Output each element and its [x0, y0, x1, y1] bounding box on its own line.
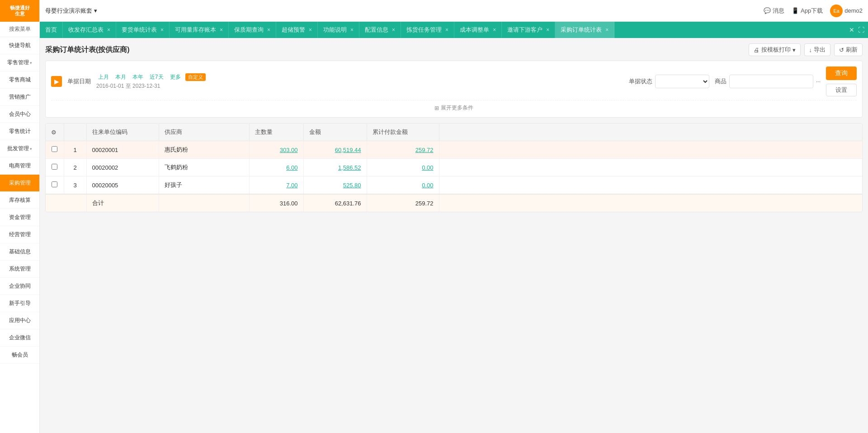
tab-peizhi[interactable]: 配置信息 × [359, 22, 401, 38]
row-qty[interactable]: 7.00 [249, 176, 303, 195]
sidebar-item-retail-shop[interactable]: 零售商城 [0, 71, 39, 89]
app-download-button[interactable]: 📱 App下载 [792, 7, 823, 15]
row-checkbox[interactable] [46, 159, 64, 176]
tab-shoufafa[interactable]: 收发存汇总表 × [63, 22, 116, 38]
date-shortcut-this-year[interactable]: 本年 [131, 73, 145, 81]
sidebar-item-collab[interactable]: 企业协同 [0, 278, 39, 295]
tab-close-icon[interactable]: × [493, 27, 496, 33]
industry-selector[interactable]: 母婴行业演示账套 ▾ [45, 7, 97, 15]
sidebar-item-newguide[interactable]: 新手引导 [0, 295, 39, 312]
tab-keyongliang[interactable]: 可用量库存账本 × [170, 22, 229, 38]
footer-label: 合计 [86, 194, 159, 212]
tab-close-icon[interactable]: × [546, 27, 549, 33]
filter-more-row: ⊞ 展开更多条件 [51, 100, 857, 112]
sidebar-item-member[interactable]: 会员中心 [0, 106, 39, 123]
sidebar-item-wholesale[interactable]: 批发管理 ▾ [0, 140, 39, 157]
refresh-button[interactable]: ↺ 刷新 [834, 43, 863, 56]
template-print-button[interactable]: 🖨 按模板打印 ▾ [749, 43, 801, 56]
tab-close-icon[interactable]: × [309, 27, 312, 33]
row-paid[interactable]: 0.00 [367, 176, 439, 195]
tab-caigou[interactable]: 采购订单统计表 × [555, 22, 614, 38]
sidebar-item-quick[interactable]: 快捷导航 [0, 37, 39, 54]
tab-close-icon[interactable]: × [267, 27, 270, 33]
query-area: 查询 设置 [826, 67, 857, 96]
goods-filter-input[interactable] [729, 75, 813, 88]
sidebar-item-appcenter[interactable]: 应用中心 [0, 312, 39, 329]
header-right: 💬 消息 📱 App下载 Ea demo2 [764, 5, 863, 17]
tab-chengben[interactable]: 成本调整单 × [454, 22, 502, 38]
user-profile-button[interactable]: Ea demo2 [830, 5, 863, 17]
table-row[interactable]: 2 00020002 飞鹤奶粉 6.00 1,586.52 0.00 [46, 159, 862, 176]
tab-restore-button[interactable]: ⛶ [858, 26, 864, 33]
refresh-icon: ↺ [839, 47, 844, 53]
logo-text: 畅捷通好生意 [8, 5, 32, 17]
row-extra [439, 141, 862, 159]
sidebar-item-inventory[interactable]: 库存核算 [0, 192, 39, 209]
tab-yaoqing[interactable]: 邀请下游客户 × [502, 22, 555, 38]
more-options-button[interactable]: ··· [816, 78, 821, 85]
tab-close-icon[interactable]: × [605, 27, 609, 33]
sidebar-item-wechat[interactable]: 企业微信 [0, 329, 39, 347]
row-qty[interactable]: 6.00 [249, 159, 303, 176]
sidebar-item-marketing-label: 营销推广 [9, 94, 31, 100]
sidebar-item-vip[interactable]: 畅会员 [0, 347, 39, 364]
tab-baozhiqi[interactable]: 保质期查询 × [229, 22, 276, 38]
filter-toggle-button[interactable]: ▶ [51, 76, 62, 87]
sidebar-item-system[interactable]: 系统管理 [0, 261, 39, 278]
tab-close-icon[interactable]: × [160, 27, 164, 33]
sidebar-item-retail-stat-label: 零售统计 [9, 128, 31, 134]
expand-more-button[interactable]: ⊞ 展开更多条件 [434, 104, 473, 112]
tab-close-icon[interactable]: × [220, 27, 223, 33]
row-paid[interactable]: 0.00 [367, 159, 439, 176]
row-checkbox[interactable] [46, 176, 64, 195]
sidebar-item-finance[interactable]: 资金管理 [0, 209, 39, 226]
sidebar-item-purchase[interactable]: 采购管理 [0, 175, 39, 192]
sidebar-item-retail-label: 零售管理 [7, 59, 29, 67]
header-left: 母婴行业演示账套 ▾ [45, 7, 97, 15]
table-row[interactable]: 3 00020005 好孩子 7.00 525.80 0.00 [46, 176, 862, 195]
row-qty[interactable]: 303.00 [249, 141, 303, 159]
row-amount[interactable]: 1,586.52 [303, 159, 367, 176]
tab-yaohuo[interactable]: 要货单统计表 × [116, 22, 170, 38]
data-table: ⚙ 往来单位编码 供应商 主数量 金额 累计付款金额 1 00020001 惠氏… [46, 124, 862, 212]
tab-gongneng[interactable]: 功能说明 × [318, 22, 359, 38]
filter-settings-button[interactable]: 设置 [826, 84, 857, 96]
sidebar-item-wholesale-label: 批发管理 [7, 145, 29, 152]
row-supplier: 飞鹤奶粉 [159, 159, 249, 176]
tab-pihuo[interactable]: 拣货任务管理 × [401, 22, 454, 38]
status-filter-select[interactable] [655, 75, 709, 88]
settings-col-header[interactable]: ⚙ [46, 124, 64, 141]
sidebar-item-basic[interactable]: 基础信息 [0, 243, 39, 261]
message-button[interactable]: 💬 消息 [764, 7, 784, 15]
tab-close-icon[interactable]: × [392, 27, 395, 33]
sidebar-item-ops[interactable]: 经营管理 [0, 226, 39, 243]
row-paid[interactable]: 259.72 [367, 141, 439, 159]
filter-area: ▶ 单据日期 上月 本月 本年 近7天 更多 自定义 2016-01-01 至 … [45, 61, 863, 118]
tab-close-icon[interactable]: × [107, 27, 110, 33]
row-amount[interactable]: 60,519.44 [303, 141, 367, 159]
row-checkbox[interactable] [46, 141, 64, 159]
tab-home[interactable]: 首页 [40, 22, 63, 38]
date-shortcut-this-month[interactable]: 本月 [113, 73, 128, 81]
date-shortcut-7days[interactable]: 近7天 [148, 73, 165, 81]
tab-close-icon[interactable]: × [445, 27, 448, 33]
tab-chaochuyujing[interactable]: 超储预警 × [276, 22, 318, 38]
sidebar-search-item[interactable]: 搜索菜单 [0, 22, 39, 37]
page-header-actions: 🖨 按模板打印 ▾ ↓ 导出 ↺ 刷新 [749, 43, 863, 56]
tab-shoufafa-label: 收发存汇总表 [68, 26, 104, 34]
table-row[interactable]: 1 00020001 惠氏奶粉 303.00 60,519.44 259.72 [46, 141, 862, 159]
row-unit-code: 00020005 [86, 176, 159, 195]
tab-close-icon[interactable]: × [350, 27, 354, 33]
footer-amount: 62,631.76 [303, 194, 367, 212]
export-button[interactable]: ↓ 导出 [804, 43, 831, 56]
sidebar-item-ecom[interactable]: 电商管理 [0, 157, 39, 175]
extra-col-header [439, 124, 862, 141]
sidebar-item-retail-stat[interactable]: 零售统计 [0, 123, 39, 140]
date-shortcut-last-month[interactable]: 上月 [96, 73, 111, 81]
row-amount[interactable]: 525.80 [303, 176, 367, 195]
date-shortcut-more[interactable]: 更多 [168, 73, 183, 81]
tab-close-all-button[interactable]: ✕ [849, 26, 854, 33]
sidebar-item-marketing[interactable]: 营销推广 [0, 89, 39, 106]
sidebar-item-retail[interactable]: 零售管理 ▾ [0, 54, 39, 71]
query-button[interactable]: 查询 [826, 67, 857, 80]
